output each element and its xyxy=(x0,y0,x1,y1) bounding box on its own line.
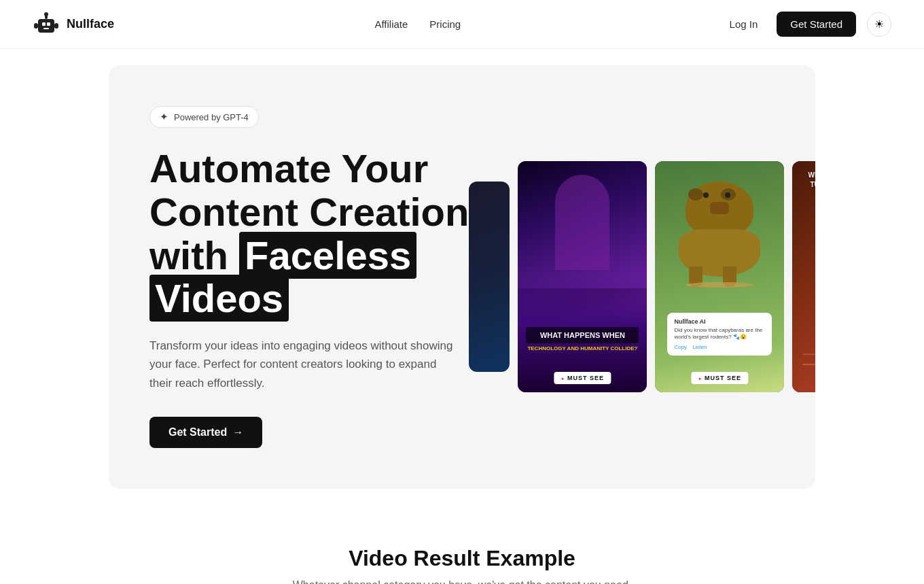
get-started-nav-button[interactable]: Get Started xyxy=(777,12,856,37)
hero-left: ✦ Powered by GPT-4 Automate Your Content… xyxy=(149,106,469,448)
video-result-title: Video Result Example xyxy=(54,546,870,571)
card-tech-subtitle: TECHNOLOGY AND HUMANITY COLLIDE? xyxy=(526,345,639,351)
navbar: Nullface Affiliate Pricing Log In Get St… xyxy=(0,0,924,49)
svg-rect-1 xyxy=(42,22,46,26)
video-result-subtitle: Whatever channel category you have, we'v… xyxy=(54,579,870,584)
sun-icon: ☀ xyxy=(874,18,884,31)
tweet-box: Nullface AI Did you know that capybaras … xyxy=(667,313,772,356)
video-card-capybara: Nullface AI Did you know that capybaras … xyxy=(655,161,784,392)
tweet-copy: Copy xyxy=(674,344,687,350)
nav-actions: Log In Get Started ☀ xyxy=(722,12,891,37)
hero-section: ✦ Powered by GPT-4 Automate Your Content… xyxy=(109,65,815,489)
svg-rect-7 xyxy=(54,23,58,29)
hero-title-line2: Content Creation xyxy=(149,190,469,234)
svg-rect-3 xyxy=(43,28,49,29)
logo-text: Nullface xyxy=(67,17,114,31)
get-started-label: Get Started xyxy=(168,426,227,439)
card-romance-title: WHAT HAPPENS WHEN LOVE TURNS INTO A DANG… xyxy=(799,171,815,199)
logo-icon xyxy=(33,11,60,38)
tweet-text: Did you know that capybaras are the worl… xyxy=(674,327,765,341)
login-button[interactable]: Log In xyxy=(722,13,766,35)
hero-title: Automate Your Content Creation with Face… xyxy=(149,147,469,320)
card-what-happens: WHAT HAPPENS WHEN xyxy=(526,327,639,343)
tweet-user: Nullface AI xyxy=(674,318,765,325)
powered-badge-text: Powered by GPT-4 xyxy=(174,112,249,122)
video-result-section: Video Result Example Whatever channel ca… xyxy=(0,505,924,584)
nav-links: Affiliate Pricing xyxy=(374,18,461,30)
card-must-see-2: ● MUST SEE xyxy=(692,372,748,384)
card-must-see-1: ● MUST SEE xyxy=(554,372,611,384)
hero-title-highlight2: Videos xyxy=(149,275,289,322)
get-started-hero-button[interactable]: Get Started → xyxy=(149,417,262,448)
video-card-cyberpunk: WHAT HAPPENS WHEN TECHNOLOGY AND HUMANIT… xyxy=(518,161,647,392)
nav-pricing[interactable]: Pricing xyxy=(429,18,461,30)
svg-rect-6 xyxy=(34,23,38,29)
gpt-icon: ✦ xyxy=(160,111,168,123)
hero-video-cards: WHAT HAPPENS WHEN TECHNOLOGY AND HUMANIT… xyxy=(469,127,815,426)
arrow-icon: → xyxy=(232,426,243,439)
hero-title-line1: Automate Your xyxy=(149,146,428,190)
tweet-actions: Copy Listen xyxy=(674,344,765,350)
video-card-romance: WHAT HAPPENS WHEN LOVE TURNS INTO A DANG… xyxy=(792,161,815,392)
video-card-partial xyxy=(469,182,510,372)
svg-point-5 xyxy=(44,12,48,16)
hero-description: Transform your ideas into engaging video… xyxy=(149,337,462,392)
logo-link[interactable]: Nullface xyxy=(33,11,114,38)
theme-toggle-button[interactable]: ☀ xyxy=(867,12,891,37)
svg-rect-2 xyxy=(47,22,50,26)
hero-title-highlight: Faceless xyxy=(239,232,416,279)
hero-title-prefix: with xyxy=(149,233,228,277)
hero-wrapper: ✦ Powered by GPT-4 Automate Your Content… xyxy=(0,49,924,505)
tweet-listen: Listen xyxy=(692,344,707,350)
nav-affiliate[interactable]: Affiliate xyxy=(374,18,408,30)
powered-badge: ✦ Powered by GPT-4 xyxy=(149,106,259,128)
svg-rect-0 xyxy=(38,19,54,33)
